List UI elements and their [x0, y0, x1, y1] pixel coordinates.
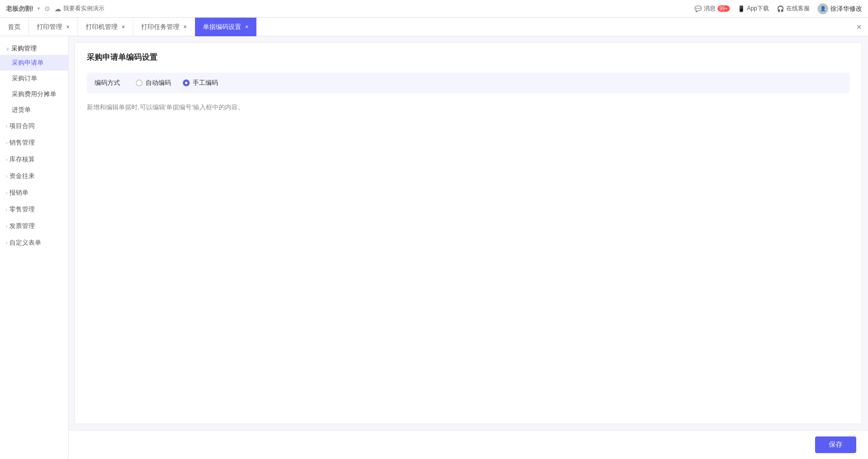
- return-arrow-icon: ›: [6, 190, 7, 196]
- tab-printer-manage[interactable]: 打印机管理 ×: [78, 18, 133, 36]
- user-name: 徐泽华修改: [830, 4, 862, 13]
- inventory-arrow-icon: ›: [6, 157, 7, 162]
- save-button[interactable]: 保存: [815, 436, 856, 453]
- sidebar-group-return-label: 报销单: [9, 188, 28, 197]
- main-layout: ∨ 采购管理 采购申请单 采购订单 采购费用分摊单 进货单 › 项目合同 › 销…: [0, 36, 868, 459]
- page-title: 采购申请单编码设置: [87, 52, 850, 63]
- sales-manage-arrow-icon: ›: [6, 140, 7, 146]
- sidebar-item-purchase-request[interactable]: 采购申请单: [0, 55, 68, 71]
- tab-print-task-label: 打印任务管理: [141, 23, 179, 31]
- sidebar-group-purchase[interactable]: ∨ 采购管理: [0, 40, 68, 55]
- window-close-area: ✕: [856, 23, 868, 31]
- fund-arrow-icon: ›: [6, 174, 7, 179]
- retail-arrow-icon: ›: [6, 207, 7, 212]
- settings-icon[interactable]: ⚙: [44, 5, 50, 13]
- sidebar-item-purchase-request-label: 采购申请单: [12, 59, 44, 66]
- tab-barcode-setting-close[interactable]: ×: [245, 24, 248, 30]
- top-bar: 老板勿割! ▾ ⚙ ☁ 我要看实例演示 💬 消息 99+ 📱 App下载 🎧 在…: [0, 0, 868, 18]
- app-icon: 📱: [738, 5, 745, 12]
- sidebar: ∨ 采购管理 采购申请单 采购订单 采购费用分摊单 进货单 › 项目合同 › 销…: [0, 36, 69, 459]
- title-dropdown-icon[interactable]: ▾: [37, 5, 40, 12]
- tab-barcode-setting-label: 单据编码设置: [203, 23, 241, 31]
- app-download-label: App下载: [747, 4, 769, 13]
- sidebar-group-retail-label: 零售管理: [9, 205, 35, 214]
- project-contract-arrow-icon: ›: [6, 124, 7, 129]
- sidebar-item-purchase-order[interactable]: 采购订单: [0, 71, 68, 86]
- invoice-arrow-icon: ›: [6, 224, 7, 229]
- sidebar-group-project-contract-label: 项目合同: [9, 122, 35, 130]
- description-text: 新增和编辑单据时,可以编辑'单据编号'输入框中的内容。: [87, 103, 850, 112]
- code-method-row: 编码方式 自动编码 手工编码: [87, 73, 850, 93]
- tab-print-manage-close[interactable]: ×: [66, 24, 70, 30]
- demo-area[interactable]: ☁ 我要看实例演示: [54, 4, 104, 13]
- manual-code-label: 手工编码: [193, 78, 218, 87]
- message-badge: 99+: [718, 5, 730, 12]
- sidebar-item-purchase-expense-label: 采购费用分摊单: [12, 90, 56, 98]
- sidebar-group-purchase-label: 采购管理: [11, 44, 37, 53]
- sidebar-group-retail[interactable]: › 零售管理: [0, 201, 68, 218]
- auto-code-radio[interactable]: [136, 79, 143, 86]
- message-icon: 💬: [694, 5, 702, 12]
- code-method-label: 编码方式: [95, 78, 120, 87]
- tab-home-label: 首页: [8, 23, 21, 31]
- purchase-arrow-icon: ∨: [6, 46, 9, 51]
- sidebar-group-inventory[interactable]: › 库存核算: [0, 151, 68, 168]
- auto-code-option[interactable]: 自动编码: [136, 78, 171, 87]
- app-download-action[interactable]: 📱 App下载: [738, 4, 769, 13]
- sidebar-group-return[interactable]: › 报销单: [0, 184, 68, 201]
- sidebar-group-sales-manage-label: 销售管理: [9, 138, 35, 147]
- online-service-action[interactable]: 🎧 在线客服: [777, 4, 810, 13]
- sidebar-group-custom-form-label: 自定义表单: [9, 238, 41, 247]
- sidebar-item-stock-in-label: 进货单: [12, 106, 31, 113]
- tab-print-task[interactable]: 打印任务管理 ×: [133, 18, 195, 36]
- tab-home[interactable]: 首页: [0, 18, 29, 36]
- custom-form-arrow-icon: ›: [6, 240, 7, 246]
- user-area[interactable]: 👤 徐泽华修改: [818, 3, 862, 14]
- message-label: 消息: [704, 4, 716, 13]
- sidebar-group-inventory-label: 库存核算: [9, 155, 35, 164]
- sidebar-group-fund[interactable]: › 资金往来: [0, 168, 68, 184]
- top-bar-right: 💬 消息 99+ 📱 App下载 🎧 在线客服 👤 徐泽华修改: [694, 3, 862, 14]
- sidebar-group-fund-label: 资金往来: [9, 172, 35, 180]
- sidebar-group-project-contract[interactable]: › 项目合同: [0, 118, 68, 134]
- tab-print-manage[interactable]: 打印管理 ×: [29, 18, 78, 36]
- demo-label: 我要看实例演示: [63, 4, 104, 13]
- content-inner: 采购申请单编码设置 编码方式 自动编码 手工编码 新增和编辑单据时,可以编辑'单…: [74, 42, 862, 424]
- online-service-label: 在线客服: [786, 4, 810, 13]
- top-bar-left: 老板勿割! ▾ ⚙ ☁ 我要看实例演示: [6, 4, 104, 13]
- content-footer: 保存: [69, 430, 868, 459]
- cloud-icon: ☁: [54, 5, 61, 13]
- message-action[interactable]: 💬 消息 99+: [694, 4, 730, 13]
- tab-print-manage-label: 打印管理: [37, 23, 62, 31]
- headset-icon: 🎧: [777, 5, 784, 12]
- sidebar-group-sales-manage[interactable]: › 销售管理: [0, 134, 68, 151]
- sidebar-item-purchase-order-label: 采购订单: [12, 75, 37, 82]
- window-close-button[interactable]: ✕: [856, 23, 862, 31]
- tab-print-task-close[interactable]: ×: [183, 24, 187, 30]
- app-title: 老板勿割!: [6, 4, 33, 13]
- tab-printer-manage-close[interactable]: ×: [122, 24, 125, 30]
- auto-code-label: 自动编码: [146, 78, 171, 87]
- manual-code-option[interactable]: 手工编码: [183, 78, 218, 87]
- content-area: 采购申请单编码设置 编码方式 自动编码 手工编码 新增和编辑单据时,可以编辑'单…: [69, 36, 868, 459]
- sidebar-group-invoice-label: 发票管理: [9, 222, 35, 230]
- tab-bar: 首页 打印管理 × 打印机管理 × 打印任务管理 × 单据编码设置 × ✕: [0, 18, 868, 36]
- manual-code-radio[interactable]: [183, 79, 190, 86]
- sidebar-item-stock-in[interactable]: 进货单: [0, 102, 68, 118]
- tab-printer-manage-label: 打印机管理: [86, 23, 118, 31]
- sidebar-group-invoice[interactable]: › 发票管理: [0, 218, 68, 234]
- sidebar-group-custom-form[interactable]: › 自定义表单: [0, 234, 68, 251]
- avatar: 👤: [818, 3, 828, 14]
- sidebar-item-purchase-expense[interactable]: 采购费用分摊单: [0, 86, 68, 102]
- tab-barcode-setting[interactable]: 单据编码设置 ×: [195, 18, 257, 36]
